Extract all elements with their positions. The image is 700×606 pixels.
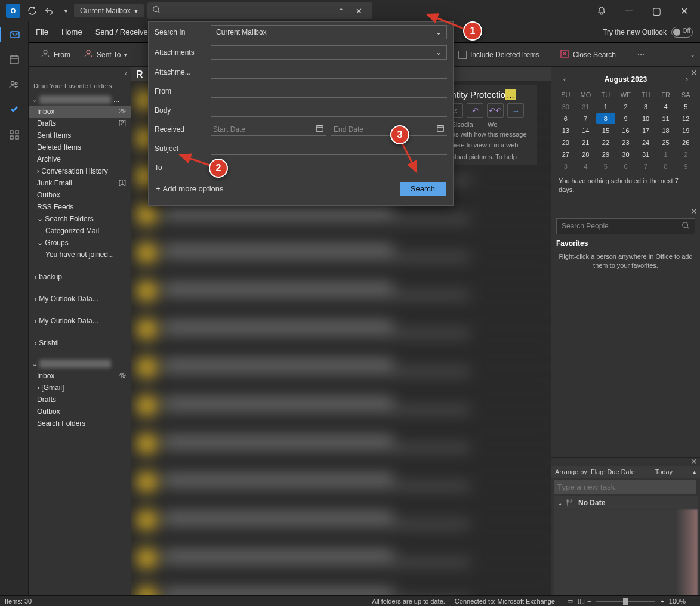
calendar-day[interactable]: 9 xyxy=(616,113,636,124)
calendar-day[interactable]: 14 xyxy=(576,125,596,136)
folder-item[interactable]: Drafts xyxy=(29,394,131,406)
today-link[interactable]: Today xyxy=(655,468,673,476)
task-group-no-date[interactable]: ⌄ 🏴 No Date xyxy=(554,496,698,509)
menu-send-receive[interactable]: Send / Receive xyxy=(95,27,148,36)
search-people-input[interactable]: Search People xyxy=(556,218,695,234)
view-normal-icon[interactable]: ▭ xyxy=(567,597,573,605)
calendar-day[interactable]: 3 xyxy=(556,161,575,172)
folder-item[interactable]: Deleted Items xyxy=(29,141,131,153)
reply-all-icon[interactable]: ↶↶ xyxy=(487,103,504,118)
close-search-button[interactable]: Close Search xyxy=(555,47,621,63)
sync-icon[interactable] xyxy=(24,2,41,19)
calendar-day[interactable]: 26 xyxy=(676,137,695,148)
menu-home[interactable]: Home xyxy=(61,27,82,36)
folder-item[interactable]: Drafts[2] xyxy=(29,118,131,129)
zoom-slider[interactable] xyxy=(596,601,655,602)
calendar-day[interactable]: 27 xyxy=(556,149,575,160)
calendar-day[interactable]: 4 xyxy=(656,101,676,112)
folder-item[interactable]: Junk Email[1] xyxy=(29,177,131,189)
start-date-input[interactable]: Start Date xyxy=(211,123,326,136)
folder-item[interactable]: Categorized Mail xyxy=(29,225,131,237)
calendar-day[interactable]: 5 xyxy=(676,101,695,112)
calendar-day[interactable]: 12 xyxy=(676,113,695,124)
calendar-day[interactable]: 1 xyxy=(596,101,615,112)
sort-asc-icon[interactable]: ▴ xyxy=(693,468,696,476)
from-input[interactable] xyxy=(211,85,447,98)
calendar-day[interactable]: 30 xyxy=(616,149,636,160)
calendar-day[interactable]: 18 xyxy=(656,125,676,136)
qat-overflow-icon[interactable]: ▾ xyxy=(57,2,74,19)
calendar-day[interactable]: 6 xyxy=(616,161,636,172)
zoom-out-icon[interactable]: − xyxy=(587,598,591,605)
search-button[interactable]: Search xyxy=(400,182,446,196)
account-2-header[interactable]: ⌄ xyxy=(29,356,131,370)
calendar-day[interactable]: 17 xyxy=(636,125,655,136)
calendar-picker-icon[interactable] xyxy=(436,124,445,134)
collapse-search-icon[interactable]: ⌃ xyxy=(333,2,350,19)
close-search-box-icon[interactable]: ✕ xyxy=(351,2,368,19)
end-date-input[interactable]: End Date xyxy=(331,123,447,136)
calendar-day[interactable]: 21 xyxy=(576,137,596,148)
new-task-input[interactable] xyxy=(554,480,696,494)
account-1-header[interactable]: ⌄ ... xyxy=(29,92,131,106)
folder-item[interactable]: › [Gmail] xyxy=(29,382,131,394)
search-scope-dropdown[interactable]: Current Mailbox ▾ xyxy=(74,4,144,17)
folder-group[interactable]: ›My Outlook Data... xyxy=(29,291,131,305)
from-button[interactable]: From xyxy=(36,47,75,63)
folder-item[interactable]: Sent Items xyxy=(29,129,131,141)
folder-group[interactable]: ›backup xyxy=(29,269,131,283)
attachments-dropdown[interactable]: ⌄ xyxy=(211,45,447,60)
calendar-day[interactable]: 8 xyxy=(656,161,676,172)
reply-icon[interactable]: ↶ xyxy=(467,103,483,118)
try-new-outlook-toggle[interactable]: Off xyxy=(671,27,693,38)
apps-icon[interactable] xyxy=(7,128,21,142)
search-box[interactable]: ⌃ ✕ xyxy=(147,2,372,19)
folder-item[interactable]: Outbox xyxy=(29,406,131,418)
body-input[interactable] xyxy=(211,104,447,117)
menu-file[interactable]: File xyxy=(36,27,48,36)
folder-item[interactable]: Inbox29 xyxy=(29,106,131,118)
close-window-button[interactable]: ✕ xyxy=(670,0,698,21)
folder-group[interactable]: ›My Outlook Data... xyxy=(29,313,131,327)
calendar-day[interactable]: 2 xyxy=(616,101,636,112)
forward-icon[interactable]: → xyxy=(507,103,524,118)
close-icon[interactable]: ✕ xyxy=(690,206,698,216)
add-more-options-button[interactable]: + Add more options xyxy=(156,184,224,193)
calendar-day[interactable]: 28 xyxy=(576,149,596,160)
calendar-day[interactable]: 31 xyxy=(576,101,596,112)
calendar-day[interactable]: 1 xyxy=(656,149,676,160)
search-in-dropdown[interactable]: Current Mailbox ⌄ xyxy=(211,25,447,39)
calendar-picker-icon[interactable] xyxy=(316,124,324,134)
close-icon[interactable]: ✕ xyxy=(690,68,698,78)
calendar-day[interactable]: 5 xyxy=(596,161,615,172)
folder-item[interactable]: › Conversation History xyxy=(29,165,131,177)
undo-icon[interactable] xyxy=(41,2,57,19)
calendar-day[interactable]: 30 xyxy=(556,101,575,112)
calendar-day[interactable]: 2 xyxy=(676,149,695,160)
calendar-day[interactable]: 13 xyxy=(556,125,575,136)
calendar-day[interactable]: 23 xyxy=(616,137,636,148)
ribbon-collapse-icon[interactable]: ⌄ xyxy=(690,51,695,58)
calendar-day[interactable]: 16 xyxy=(616,125,636,136)
calendar-day[interactable]: 22 xyxy=(596,137,615,148)
calendar-day[interactable]: 29 xyxy=(596,149,615,160)
calendar-icon[interactable] xyxy=(7,52,21,67)
calendar-day[interactable]: 6 xyxy=(556,113,575,124)
calendar-day[interactable]: 8 xyxy=(596,113,615,124)
calendar-day[interactable]: 4 xyxy=(576,161,596,172)
calendar-day[interactable]: 24 xyxy=(636,137,655,148)
notifications-icon[interactable] xyxy=(588,0,615,21)
include-deleted-checkbox[interactable]: Include Deleted Items xyxy=(454,48,544,61)
attachment-name-input[interactable] xyxy=(211,66,447,79)
sent-to-button[interactable]: Sent To ▾ xyxy=(79,47,132,63)
calendar-day[interactable]: 25 xyxy=(656,137,676,148)
close-icon[interactable]: ✕ xyxy=(690,457,698,466)
folder-group[interactable]: ›Srishti xyxy=(29,335,131,349)
people-icon[interactable] xyxy=(7,78,21,92)
calendar-day[interactable]: 11 xyxy=(656,113,676,124)
mail-icon[interactable] xyxy=(0,27,29,42)
folder-item[interactable]: RSS Feeds xyxy=(29,201,131,213)
zoom-in-icon[interactable]: + xyxy=(660,598,664,605)
calendar-day[interactable]: 15 xyxy=(596,125,615,136)
calendar-day[interactable]: 3 xyxy=(636,101,655,112)
